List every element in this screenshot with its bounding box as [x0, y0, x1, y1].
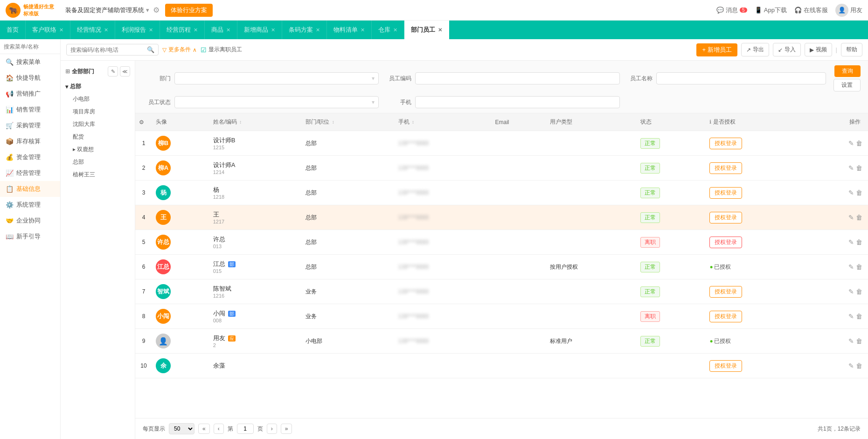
- sidebar-item-search[interactable]: 🔍搜索菜单: [0, 54, 60, 70]
- first-page-button[interactable]: «: [198, 424, 210, 434]
- dept-item-小电部[interactable]: 小电部: [61, 93, 135, 105]
- online-service-button[interactable]: 🎧 在线客服: [794, 6, 828, 14]
- filter-status-select[interactable]: ▾: [174, 96, 379, 108]
- edit-button[interactable]: ✎: [848, 139, 854, 147]
- cell-name: 杨1218: [209, 181, 302, 205]
- dept-root-item[interactable]: ▾ 总部: [61, 80, 135, 93]
- app-icon: 📱: [755, 7, 762, 14]
- edit-button[interactable]: ✎: [848, 313, 854, 320]
- auth-button[interactable]: 授权登录: [709, 138, 742, 149]
- cell-user-type: [546, 205, 637, 230]
- dept-item-总部[interactable]: 总部: [61, 156, 135, 168]
- sidebar-item-purchase[interactable]: 🛒采购管理: [0, 118, 60, 133]
- reset-button[interactable]: 设置: [833, 79, 861, 91]
- filter-emp-code-input[interactable]: [415, 72, 619, 84]
- nav-tab-商品[interactable]: 商品✕: [205, 21, 237, 39]
- dept-item-沈阳大库[interactable]: 沈阳大库: [61, 118, 135, 131]
- delete-button[interactable]: 🗑: [856, 214, 862, 221]
- delete-button[interactable]: 🗑: [856, 313, 862, 320]
- content-area: ⊞ 全部部门 ✎ ≪ ▾ 总部 小电部项目库房沈阳大库配货▸ 双鹿想总部植树王三: [61, 61, 868, 439]
- delete-button[interactable]: 🗑: [856, 263, 862, 271]
- filter-emp-name-input[interactable]: [656, 72, 826, 84]
- next-page-button[interactable]: ›: [267, 424, 277, 434]
- edit-button[interactable]: ✎: [848, 238, 854, 246]
- sidebar-menu: 🔍搜索菜单🏠快捷导航📢营销推广📊销售管理🛒采购管理📦库存核算💰资金管理📈经营管理…: [0, 54, 60, 244]
- export-button[interactable]: ↗ 导出: [741, 43, 769, 56]
- filter-dept-select[interactable]: ▾: [174, 72, 379, 84]
- dept-item-双鹿想[interactable]: ▸ 双鹿想: [61, 143, 135, 156]
- nav-tab-经营历程[interactable]: 经营历程✕: [160, 21, 205, 39]
- message-button[interactable]: 💬 消息 5: [716, 6, 747, 14]
- sidebar-item-system[interactable]: ⚙️系统管理: [0, 197, 60, 213]
- page-number-input[interactable]: [237, 424, 254, 434]
- more-filter-button[interactable]: ▽ 更多条件 ∧: [162, 46, 197, 54]
- edit-button[interactable]: ✎: [848, 214, 854, 221]
- trial-button[interactable]: 体验行业方案: [165, 4, 213, 17]
- nav-tab-仓库[interactable]: 仓库✕: [372, 21, 404, 39]
- auth-button[interactable]: 授权登录: [709, 286, 742, 298]
- auth-button[interactable]: 授权登录: [709, 162, 742, 174]
- sidebar-item-operation[interactable]: 📈经营管理: [0, 165, 60, 181]
- edit-button[interactable]: ✎: [848, 263, 854, 271]
- sidebar-item-marketing[interactable]: 📢营销推广: [0, 86, 60, 102]
- page-size-select[interactable]: 50 100 200: [169, 423, 194, 434]
- dept-edit-icon[interactable]: ✎: [108, 66, 118, 77]
- cell-ops: ✎🗑: [808, 279, 868, 304]
- view-button[interactable]: ▶ 视频: [805, 43, 832, 56]
- edit-button[interactable]: ✎: [848, 164, 854, 172]
- dept-item-植树王三[interactable]: 植树王三: [61, 168, 135, 181]
- filter-emp-code: 员工编码: [383, 65, 619, 91]
- help-button[interactable]: 帮助: [841, 43, 862, 56]
- edit-button[interactable]: ✎: [848, 288, 854, 295]
- sidebar-item-shortcut[interactable]: 🏠快捷导航: [0, 70, 60, 86]
- sidebar-item-sales[interactable]: 📊销售管理: [0, 102, 60, 118]
- nav-tab-经营情况[interactable]: 经营情况✕: [70, 21, 115, 39]
- dept-item-配货[interactable]: 配货: [61, 131, 135, 143]
- edit-button[interactable]: ✎: [848, 189, 854, 196]
- dept-item-项目库房[interactable]: 项目库房: [61, 105, 135, 118]
- gear-icon[interactable]: ⚙: [153, 6, 160, 14]
- sidebar-item-corp[interactable]: 🤝企业协同: [0, 213, 60, 229]
- user-menu[interactable]: 👤 用友: [835, 4, 862, 17]
- delete-button[interactable]: 🗑: [856, 362, 862, 369]
- auth-button[interactable]: 授权登录: [709, 187, 742, 199]
- delete-button[interactable]: 🗑: [856, 139, 862, 147]
- nav-tab-客户联络[interactable]: 客户联络✕: [26, 21, 70, 39]
- delete-button[interactable]: 🗑: [856, 288, 862, 295]
- col-settings[interactable]: ⚙: [135, 113, 152, 131]
- delete-button[interactable]: 🗑: [856, 337, 862, 345]
- sidebar-item-guide[interactable]: 📖新手引导: [0, 229, 60, 244]
- nav-tab-物料清单[interactable]: 物料清单✕: [327, 21, 372, 39]
- query-button[interactable]: 查询: [834, 65, 861, 77]
- sidebar-search-input[interactable]: [4, 43, 61, 50]
- nav-tab-新增商品[interactable]: 新增商品✕: [237, 21, 282, 39]
- cell-name: 设计师A1214: [209, 156, 302, 181]
- cell-auth: 授权登录: [706, 279, 808, 304]
- sidebar-item-finance[interactable]: 💰资金管理: [0, 149, 60, 165]
- nav-tab-条码方案[interactable]: 条码方案✕: [282, 21, 327, 39]
- show-resigned-toggle[interactable]: ☑ 显示离职员工: [201, 46, 242, 54]
- app-download-button[interactable]: 📱 App下载: [755, 6, 787, 14]
- auth-button[interactable]: 授权登录: [709, 360, 742, 372]
- delete-button[interactable]: 🗑: [856, 189, 862, 196]
- add-employee-button[interactable]: + 新增员工: [696, 43, 737, 56]
- auth-button[interactable]: 授权登录: [709, 237, 742, 248]
- delete-button[interactable]: 🗑: [856, 164, 862, 172]
- search-input[interactable]: [70, 47, 145, 53]
- filter-phone-input[interactable]: [415, 96, 619, 108]
- avatar-circle: 智斌: [156, 284, 171, 299]
- nav-tab-部门员工[interactable]: 部门员工✕: [404, 21, 449, 39]
- last-page-button[interactable]: »: [281, 424, 292, 434]
- edit-button[interactable]: ✎: [848, 337, 854, 345]
- nav-tab-首页[interactable]: 首页: [0, 21, 26, 39]
- sidebar-item-basic[interactable]: 📋基础信息: [0, 181, 60, 197]
- auth-button[interactable]: 授权登录: [709, 212, 742, 223]
- dept-collapse-icon[interactable]: ≪: [120, 66, 130, 77]
- prev-page-button[interactable]: ‹: [214, 424, 224, 434]
- nav-tab-利润报告[interactable]: 利润报告✕: [115, 21, 160, 39]
- sidebar-item-inventory[interactable]: 📦库存核算: [0, 133, 60, 149]
- edit-button[interactable]: ✎: [848, 362, 854, 369]
- auth-button[interactable]: 授权登录: [709, 311, 742, 322]
- import-button[interactable]: ↙ 导入: [773, 43, 801, 56]
- delete-button[interactable]: 🗑: [856, 238, 862, 246]
